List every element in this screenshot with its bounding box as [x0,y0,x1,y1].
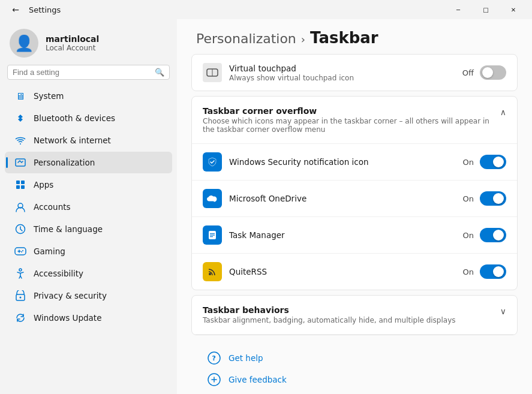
personalization-icon [14,157,26,169]
bluetooth-icon [14,112,26,124]
quiterss-toggle[interactable] [480,264,506,279]
privacy-icon [14,290,26,302]
quiterss-icon [203,262,222,281]
sidebar-item-network[interactable]: Network & internet [5,130,172,151]
onedrive-toggle-thumb [493,193,504,204]
virtual-touchpad-title: Virtual touchpad [229,64,462,73]
help-section: ? Get help Give feedback [191,340,518,394]
sidebar-item-label-privacy: Privacy & security [34,291,107,300]
give-feedback-link[interactable]: Give feedback [229,375,287,384]
taskbar-corner-overflow-card: Taskbar corner overflow Choose which ico… [191,96,518,290]
task-manager-state: On [463,231,474,240]
sidebar-item-accounts[interactable]: Accounts [5,196,172,218]
sidebar-item-system[interactable]: 🖥 System [5,85,172,107]
titlebar-title: Settings [29,5,61,14]
user-account-type: Local Account [46,44,99,52]
windows-security-control: On [463,155,506,169]
sidebar-item-gaming[interactable]: Gaming [5,240,172,262]
give-feedback-icon [206,371,223,388]
virtual-touchpad-subtitle: Always show virtual touchpad icon [229,74,462,82]
back-button[interactable]: ← [7,1,24,18]
onedrive-toggle[interactable] [480,191,506,206]
search-box[interactable]: 🔍 [7,65,170,80]
virtual-touchpad-icon [203,63,222,82]
sidebar-item-privacy[interactable]: Privacy & security [5,285,172,306]
windows-security-row: Windows Security notification icon On [192,144,517,181]
user-section: 👤 martinlocal Local Account [0,19,177,65]
virtual-touchpad-row: Virtual touchpad Always show virtual tou… [192,55,517,91]
sidebar-item-label-update: Windows Update [34,313,101,323]
accounts-icon [14,201,26,213]
task-manager-toggle[interactable] [480,228,506,242]
maximize-icon: □ [483,7,488,13]
task-manager-title: Task Manager [229,230,463,240]
window-controls: ─ □ ✕ [444,0,527,19]
sidebar-item-update[interactable]: Windows Update [5,307,172,329]
breadcrumb-current: Taskbar [310,29,378,47]
sidebar-item-personalization[interactable]: Personalization [5,152,172,173]
windows-security-toggle[interactable] [480,155,506,169]
taskbar-corner-overflow-subtitle: Choose which icons may appear in the tas… [203,117,500,134]
svg-rect-3 [21,181,25,184]
sidebar-item-bluetooth[interactable]: Bluetooth & devices [5,107,172,129]
onedrive-icon [203,189,222,208]
minimize-icon: ─ [456,7,460,13]
sidebar-item-label-system: System [34,91,64,101]
search-icon: 🔍 [155,68,164,77]
windows-security-info: Windows Security notification icon [229,157,463,167]
gaming-icon [14,245,26,257]
sidebar-item-apps[interactable]: Apps [5,174,172,196]
search-input[interactable] [13,68,151,77]
taskbar-behaviors-chevron: ∨ [500,306,506,316]
get-help-link[interactable]: Get help [229,353,263,363]
get-help-row[interactable]: ? Get help [206,350,503,366]
svg-point-20 [209,273,211,275]
taskbar-corner-overflow-header[interactable]: Taskbar corner overflow Choose which ico… [192,97,517,144]
svg-point-13 [20,297,22,299]
network-icon [14,134,26,146]
maximize-button[interactable]: □ [472,0,500,19]
sidebar-item-label-apps: Apps [34,180,53,190]
svg-rect-2 [16,181,20,184]
get-help-icon: ? [206,350,223,366]
taskbar-behaviors-title: Taskbar behaviors [203,305,500,315]
virtual-touchpad-toggle[interactable] [480,65,506,80]
content-inner: Virtual touchpad Always show virtual tou… [177,54,532,394]
sidebar-item-time[interactable]: Time & language [5,218,172,240]
taskbar-behaviors-header[interactable]: Taskbar behaviors Taskbar alignment, bad… [192,296,517,335]
titlebar-left: ← Settings [7,1,61,18]
task-manager-icon [203,225,222,245]
task-manager-row: Task Manager On [192,217,517,254]
taskbar-behaviors-card: Taskbar behaviors Taskbar alignment, bad… [191,295,518,335]
minimize-button[interactable]: ─ [444,0,472,19]
accessibility-icon [14,267,26,279]
onedrive-title: Microsoft OneDrive [229,194,463,203]
svg-rect-19 [210,236,213,237]
app-body: 👤 martinlocal Local Account 🔍 🖥 System B… [0,19,532,394]
sidebar-item-label-accessibility: Accessibility [34,269,83,278]
virtual-touchpad-state-label: Off [462,68,474,77]
task-manager-info: Task Manager [229,230,463,240]
user-name: martinlocal [46,34,99,44]
svg-point-11 [19,269,22,271]
svg-point-0 [20,143,21,145]
taskbar-behaviors-subtitle: Taskbar alignment, badging, automaticall… [203,316,500,324]
close-button[interactable]: ✕ [500,0,527,19]
sidebar: 👤 martinlocal Local Account 🔍 🖥 System B… [0,19,177,394]
sidebar-item-label-personalization: Personalization [34,158,95,167]
sidebar-item-label-network: Network & internet [34,136,111,145]
svg-rect-5 [21,185,25,189]
breadcrumb-separator: › [301,33,305,46]
sidebar-nav: 🖥 System Bluetooth & devices Network & i… [0,85,177,329]
quiterss-state: On [463,267,474,276]
titlebar: ← Settings ─ □ ✕ [0,0,532,19]
virtual-touchpad-toggle-thumb [482,67,493,78]
taskbar-behaviors-info: Taskbar behaviors Taskbar alignment, bad… [203,305,500,324]
svg-point-10 [21,251,22,252]
sidebar-item-accessibility[interactable]: Accessibility [5,263,172,284]
svg-rect-18 [210,235,215,236]
onedrive-info: Microsoft OneDrive [229,194,463,203]
apps-icon [14,179,26,191]
give-feedback-row[interactable]: Give feedback [206,371,503,388]
system-icon: 🖥 [14,90,26,102]
